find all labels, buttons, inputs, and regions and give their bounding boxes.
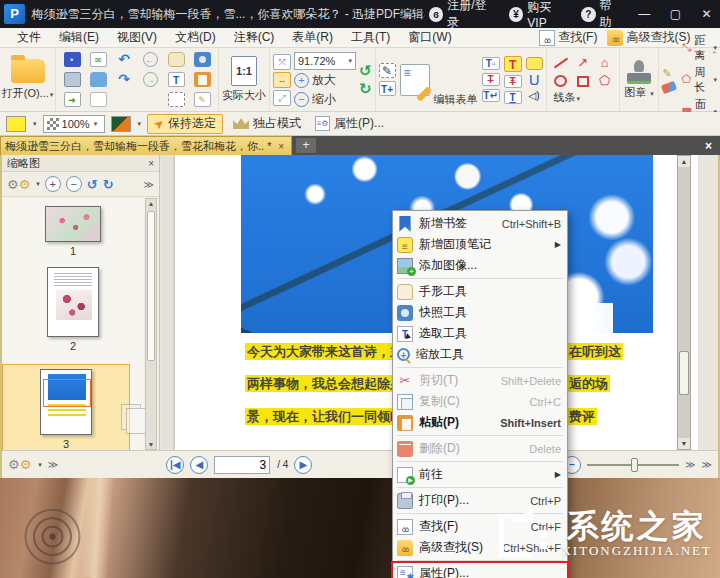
menu-item-hand-tool[interactable]: 手形工具	[393, 281, 567, 302]
lasso-select-icon[interactable]	[168, 92, 185, 107]
select-text-icon[interactable]: T	[168, 72, 185, 87]
edit-document-icon[interactable]: ✎	[194, 92, 211, 107]
close-panel-icon[interactable]: ×	[148, 158, 154, 169]
register-login-button[interactable]: ɞ 注册/登录	[425, 0, 501, 31]
stamp-button[interactable]: 图章 ▾	[620, 48, 660, 111]
text-box-tool-icon[interactable]: T▫	[482, 57, 500, 70]
help-button[interactable]: ? 帮助	[577, 0, 627, 31]
menu-view[interactable]: 视图(V)	[108, 28, 166, 47]
first-page-button[interactable]: |◀	[166, 456, 184, 474]
page-number-input[interactable]	[214, 456, 270, 474]
scroll-up-icon[interactable]: ▲	[146, 200, 156, 207]
snapshot-icon[interactable]	[194, 52, 211, 67]
forward-view-icon[interactable]: →	[143, 72, 158, 87]
maximize-button[interactable]: ▢	[662, 3, 689, 25]
print-icon[interactable]	[64, 72, 81, 87]
rotate-right-icon[interactable]: ↻	[359, 81, 372, 96]
nav-more-icon[interactable]: ≫	[685, 459, 695, 470]
save-icon[interactable]: ▪	[64, 52, 81, 67]
prev-page-button[interactable]: ◀	[190, 456, 208, 474]
close-button[interactable]: ✕	[693, 3, 720, 25]
polyline-tool-icon[interactable]: ⌂	[601, 55, 609, 71]
zoom-level-combo[interactable]: 91.72%▾	[294, 52, 356, 70]
fit-visible-icon[interactable]: ⤢	[273, 90, 291, 106]
zoom-out-button[interactable]: − 缩小	[294, 91, 356, 108]
thumbnail-page-2[interactable]: 2	[2, 263, 144, 358]
thumbnail-options-icon[interactable]: ⚙⚙	[7, 177, 30, 192]
underline-tool-icon[interactable]: T	[504, 91, 522, 104]
zoom-slider-knob[interactable]	[631, 458, 638, 472]
ellipse-tool-icon[interactable]	[554, 75, 567, 87]
edit-form-label[interactable]: 编辑表单	[434, 92, 478, 107]
menu-item-snapshot-tool[interactable]: 快照工具	[393, 302, 567, 323]
document-tab[interactable]: 梅须逊雪三分白，雪却输梅一段香，雪花和梅花，你.. * ×	[0, 136, 292, 155]
strikeout-tool-icon[interactable]: T	[482, 73, 500, 86]
cross-out-icon[interactable]: Ŧ	[504, 75, 522, 88]
pencil-tool-icon[interactable]: ✎	[662, 67, 677, 80]
undo-icon[interactable]: ↶	[116, 52, 133, 67]
perimeter-tool[interactable]: ⬠周长▾	[681, 65, 717, 95]
thumbnail-page-1[interactable]: 1	[2, 198, 144, 263]
fit-page-icon[interactable]: ⤧	[273, 54, 291, 70]
next-page-button[interactable]: ▶	[294, 456, 312, 474]
tab-close-icon[interactable]: ×	[275, 141, 287, 152]
zoom-slider[interactable]	[587, 464, 679, 466]
thumbnail-scroll-thumb[interactable]	[147, 211, 155, 361]
polygon-tool-icon[interactable]: ⬠	[599, 73, 610, 89]
stroke-color-swatch[interactable]	[111, 116, 131, 132]
fit-width-icon[interactable]: ↔	[273, 72, 291, 88]
close-document-icon[interactable]: ×	[705, 139, 720, 155]
menu-document[interactable]: 文档(D)	[166, 28, 225, 47]
keep-selected-toggle[interactable]: ➤ 保持选定	[147, 114, 223, 134]
zoom-in-button[interactable]: + 放大	[294, 72, 356, 89]
arrow-tool-icon[interactable]: ↗	[577, 55, 588, 71]
back-view-icon[interactable]: ←	[143, 52, 158, 67]
menu-item-add-bookmark[interactable]: 新增书签 Ctrl+Shift+B	[393, 213, 567, 234]
thumbnail-zoom-in-icon[interactable]: +	[45, 176, 61, 192]
rotate-left-icon[interactable]: ↺	[359, 63, 372, 78]
attach-file-icon[interactable]: ⋃	[526, 73, 543, 86]
new-tab-button[interactable]: +	[296, 138, 316, 153]
open-button[interactable]: 打开(O)...▾	[0, 48, 56, 111]
sticky-note-icon[interactable]	[526, 57, 543, 70]
menu-file[interactable]: 文件	[8, 28, 50, 47]
menu-form[interactable]: 表单(R)	[283, 28, 342, 47]
menu-item-add-image[interactable]: 添加图像...	[393, 255, 567, 276]
highlight-tool-icon[interactable]: T	[504, 56, 522, 72]
actual-size-button[interactable]: 1:1 实际大小	[219, 48, 270, 111]
new-document-icon[interactable]	[90, 92, 107, 107]
opacity-combo[interactable]: 100%▾	[43, 115, 105, 133]
paste-icon[interactable]	[194, 72, 211, 87]
doc-scroll-up-icon[interactable]: ▲	[678, 156, 690, 167]
exclusive-mode-button[interactable]: 独占模式	[229, 115, 305, 132]
menu-item-goto[interactable]: 前往 ▶	[393, 464, 567, 485]
eraser-tool-icon[interactable]	[661, 81, 677, 94]
menu-edit[interactable]: 编辑(E)	[50, 28, 108, 47]
menu-comment[interactable]: 注释(C)	[225, 28, 284, 47]
document-scrollbar[interactable]: ▲ ▼	[677, 155, 691, 450]
buy-vip-button[interactable]: ¥ 购买VIP	[505, 0, 573, 30]
redo-icon[interactable]: ↷	[116, 72, 133, 87]
hand-tool-icon[interactable]	[168, 52, 185, 67]
rotate-cw-icon[interactable]: ↻	[103, 177, 114, 192]
panel-more-icon[interactable]: ≫	[144, 179, 154, 190]
edit-form-icon[interactable]	[400, 64, 430, 96]
email-icon[interactable]: ✉	[90, 52, 107, 67]
menu-item-select-tool[interactable]: 选取工具	[393, 323, 567, 344]
collapse-toolbar-icon[interactable]: ⌃	[710, 50, 718, 60]
menu-item-paste[interactable]: 粘贴(P) Shift+Insert	[393, 412, 567, 433]
minimize-button[interactable]: —	[631, 3, 658, 25]
audio-comment-icon[interactable]: ◁)	[526, 89, 543, 102]
menu-window[interactable]: 窗口(W)	[399, 28, 460, 47]
lines-label[interactable]: 线条	[554, 91, 576, 103]
properties-button[interactable]: ≡⚙ 属性(P)...	[311, 115, 388, 132]
thumbnail-scrollbar[interactable]: ▲ ▼	[145, 198, 157, 450]
menu-tools[interactable]: 工具(T)	[342, 28, 399, 47]
doc-scroll-thumb[interactable]	[679, 351, 689, 395]
menu-item-add-pinned-note[interactable]: 新增固顶笔记 ▶	[393, 234, 567, 255]
add-text-icon[interactable]: T+	[379, 81, 396, 96]
replace-text-icon[interactable]: T↵	[482, 89, 500, 102]
thumbnail-zoom-out-icon[interactable]: −	[66, 176, 82, 192]
doc-scroll-down-icon[interactable]: ▼	[678, 438, 690, 449]
scan-icon[interactable]	[90, 72, 107, 87]
